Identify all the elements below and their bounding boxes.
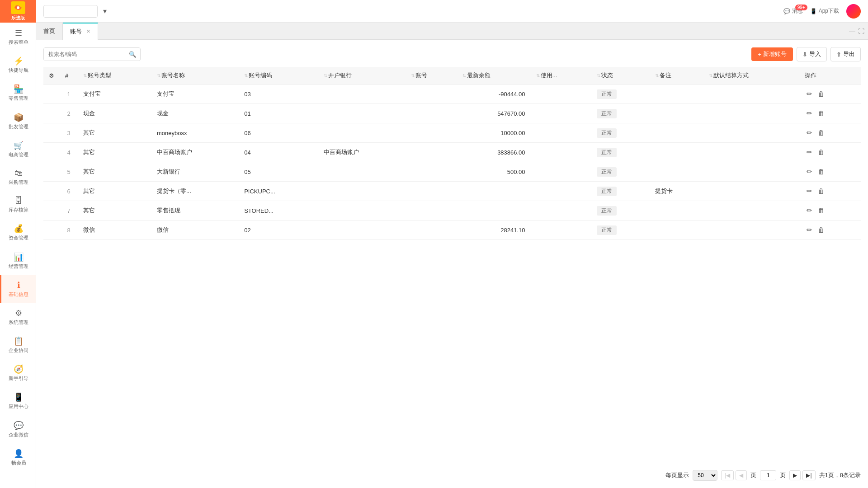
tab-maximize-button[interactable]: ⛶	[858, 28, 864, 35]
sidebar-ecommerce-label: 电商管理	[9, 152, 28, 158]
cell-status: 正常	[591, 84, 650, 104]
delete-button[interactable]: 🗑	[816, 89, 826, 99]
sidebar-item-purchase[interactable]: 🛍 采购管理	[0, 163, 36, 191]
delete-button[interactable]: 🗑	[816, 225, 826, 235]
sidebar-item-inventory[interactable]: 🗄 库存核算	[0, 191, 36, 218]
cell-status: 正常	[591, 162, 650, 182]
cell-default-payment	[703, 84, 799, 104]
sidebar-quick-nav-label: 快捷导航	[9, 67, 28, 73]
export-button[interactable]: ⇧ 导出	[830, 47, 861, 61]
delete-button[interactable]: 🗑	[816, 206, 826, 215]
sidebar-agreement-label: 企业协同	[9, 347, 28, 353]
avatar[interactable]	[846, 4, 861, 19]
cell-usage	[531, 84, 591, 104]
th-usage[interactable]: ⇅使用...	[531, 67, 591, 84]
tab-account[interactable]: 账号 ✕	[63, 23, 98, 40]
export-icon: ⇧	[836, 51, 841, 58]
tab-minimize-button[interactable]: —	[849, 28, 855, 35]
prev-page-button[interactable]: ◀	[736, 470, 747, 480]
th-account-code[interactable]: ⇅账号编码	[239, 67, 318, 84]
edit-button[interactable]: ✏	[805, 206, 814, 216]
next-page-button[interactable]: ▶	[789, 470, 801, 480]
add-account-button[interactable]: + 新增账号	[751, 47, 793, 61]
first-page-button[interactable]: |◀	[721, 470, 734, 480]
search-button[interactable]: 🔍	[125, 48, 140, 61]
delete-button[interactable]: 🗑	[816, 108, 826, 118]
cell-account-code: 04	[239, 143, 318, 162]
page-input[interactable]	[760, 470, 776, 480]
sidebar-item-basic-info[interactable]: ℹ 基础信息	[0, 275, 36, 303]
delete-button[interactable]: 🗑	[816, 186, 826, 196]
th-balance[interactable]: ⇅最新余额	[457, 67, 531, 84]
tab-home[interactable]: 首页	[36, 23, 63, 40]
edit-button[interactable]: ✏	[805, 225, 814, 235]
th-bank[interactable]: ⇅开户银行	[318, 67, 406, 84]
th-account-no[interactable]: ⇅账号	[406, 67, 457, 84]
table-row: 6 其它 提货卡（零... PICKUPC... 正常 提货卡 ✏ 🗑	[43, 182, 861, 201]
delete-button[interactable]: 🗑	[816, 167, 826, 176]
cell-account-no	[406, 84, 457, 104]
sidebar-item-system[interactable]: ⚙ 系统管理	[0, 303, 36, 331]
cell-default-payment	[703, 162, 799, 182]
edit-button[interactable]: ✏	[805, 128, 814, 138]
sidebar-item-wholesale[interactable]: 📦 批发管理	[0, 107, 36, 135]
th-action: 操作	[799, 67, 861, 84]
wechat-icon: 💬	[14, 421, 24, 431]
sidebar-item-retail[interactable]: 🏪 零售管理	[0, 79, 36, 107]
per-page-select[interactable]: 50 100 200	[693, 470, 717, 481]
cell-balance: 383866.00	[457, 143, 531, 162]
page-label: 页	[750, 471, 756, 479]
th-settings[interactable]: ⚙	[43, 67, 60, 84]
cell-status: 正常	[591, 143, 650, 162]
toolbar-left: 🔍	[43, 47, 141, 61]
cell-usage	[531, 104, 591, 123]
th-status[interactable]: ⇅状态	[591, 67, 650, 84]
guide-icon: 🧭	[14, 364, 24, 374]
sidebar-item-search[interactable]: ☰ 搜索菜单	[0, 23, 36, 51]
edit-button[interactable]: ✏	[805, 147, 814, 157]
cell-bank	[318, 221, 406, 240]
th-remark[interactable]: ⇅备注	[650, 67, 703, 84]
sidebar-item-operation[interactable]: 📊 经营管理	[0, 247, 36, 275]
sidebar-item-finance[interactable]: 💰 资金管理	[0, 218, 36, 246]
last-page-button[interactable]: ▶|	[802, 470, 815, 480]
sidebar-item-quick-nav[interactable]: ⚡ 快捷导航	[0, 51, 36, 79]
th-account-type[interactable]: ⇅账号类型	[78, 67, 151, 84]
sidebar-item-wechat[interactable]: 💬 企业微信	[0, 415, 36, 443]
purchase-icon: 🛍	[14, 169, 23, 178]
cell-default-payment	[703, 201, 799, 221]
sidebar-guide-label: 新手引导	[9, 375, 28, 381]
cell-settings	[43, 221, 60, 240]
message-button[interactable]: 💬 消息 99+	[783, 7, 803, 15]
import-button[interactable]: ⇩ 导入	[797, 47, 827, 61]
cell-account-code: STORED...	[239, 201, 318, 221]
app-download-button[interactable]: 📱 App下载	[810, 7, 839, 15]
cell-usage	[531, 123, 591, 143]
top-search-input[interactable]	[43, 5, 98, 18]
table-row: 1 支付宝 支付宝 03 -90444.00 正常 ✏ 🗑	[43, 84, 861, 104]
cell-remark	[650, 143, 703, 162]
cell-account-no	[406, 182, 457, 201]
edit-button[interactable]: ✏	[805, 108, 814, 118]
sidebar-item-agreement[interactable]: 📋 企业协同	[0, 331, 36, 359]
sidebar-item-member[interactable]: 👤 畅会员	[0, 443, 36, 471]
delete-button[interactable]: 🗑	[816, 128, 826, 137]
sidebar-item-ecommerce[interactable]: 🛒 电商管理	[0, 135, 36, 163]
edit-button[interactable]: ✏	[805, 186, 814, 196]
th-default-payment[interactable]: ⇅默认结算方式	[703, 67, 799, 84]
dropdown-button[interactable]: ▾	[103, 7, 107, 15]
cell-account-no	[406, 143, 457, 162]
th-account-name[interactable]: ⇅账号名称	[151, 67, 239, 84]
cell-account-name: 微信	[151, 221, 239, 240]
cell-balance: 547670.00	[457, 104, 531, 123]
wholesale-icon: 📦	[14, 113, 24, 122]
agreement-icon: 📋	[14, 336, 24, 346]
import-icon: ⇩	[802, 51, 807, 58]
edit-button[interactable]: ✏	[805, 89, 814, 99]
search-input[interactable]	[44, 47, 125, 61]
sidebar-item-app-center[interactable]: 📱 应用中心	[0, 387, 36, 415]
edit-button[interactable]: ✏	[805, 167, 814, 177]
delete-button[interactable]: 🗑	[816, 147, 826, 157]
sidebar-item-guide[interactable]: 🧭 新手引导	[0, 359, 36, 387]
tab-account-close[interactable]: ✕	[86, 28, 90, 34]
